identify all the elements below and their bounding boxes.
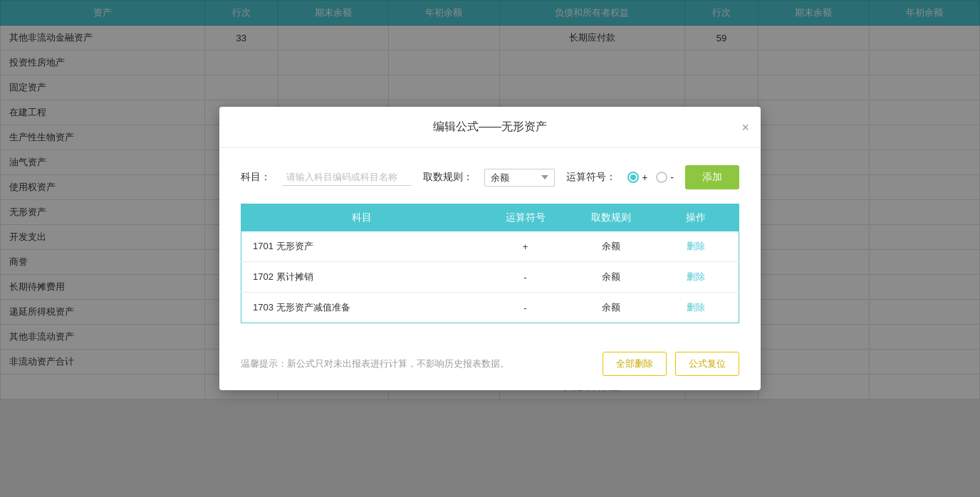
subject-cell: 1701 无形资产: [241, 231, 483, 262]
formula-table: 科目 运算符号 取数规则 操作 1701 无形资产+余额删除1702 累计摊销-…: [241, 204, 739, 323]
table-header-action: 操作: [654, 204, 739, 232]
delete-all-button[interactable]: 全部删除: [603, 352, 667, 376]
table-header-operator: 运算符号: [483, 204, 568, 232]
rule-cell: 余额: [568, 293, 654, 323]
operator-radio-group: + -: [627, 172, 674, 183]
table-row: 1702 累计摊销-余额删除: [241, 262, 739, 293]
rule-cell: 余额: [568, 231, 654, 262]
radio-minus-label: -: [670, 172, 674, 183]
subject-label: 科目：: [241, 171, 271, 184]
modal-close-button[interactable]: ×: [741, 121, 749, 134]
action-cell: 删除: [654, 293, 739, 323]
table-header-subject: 科目: [241, 204, 483, 232]
subject-cell: 1703 无形资产减值准备: [241, 293, 483, 323]
delete-link[interactable]: 删除: [687, 241, 705, 251]
operator-cell: +: [483, 231, 568, 262]
operator-label: 运算符号：: [566, 171, 616, 184]
subject-cell: 1702 累计摊销: [241, 262, 483, 293]
rule-cell: 余额: [568, 262, 654, 293]
form-row: 科目： 取数规则： 余额 借方 贷方 借方发生额 贷方发生额 运算符号：: [241, 165, 739, 189]
operator-cell: -: [483, 293, 568, 323]
delete-link[interactable]: 删除: [687, 271, 705, 282]
subject-input[interactable]: [282, 169, 412, 186]
modal-header: 编辑公式——无形资产 ×: [219, 107, 761, 148]
delete-link[interactable]: 删除: [687, 302, 705, 313]
table-row: 1703 无形资产减值准备-余额删除: [241, 293, 739, 323]
radio-plus-label: +: [642, 172, 647, 183]
modal-body: 科目： 取数规则： 余额 借方 贷方 借方发生额 贷方发生额 运算符号：: [219, 148, 761, 340]
modal-overlay: 编辑公式——无形资产 × 科目： 取数规则： 余额 借方 贷方 借方发生额: [0, 0, 980, 497]
radio-minus[interactable]: -: [656, 172, 674, 183]
footer-tip: 温馨提示：新公式只对未出报表进行计算，不影响历史报表数据。: [241, 357, 509, 370]
rule-select[interactable]: 余额 借方 贷方 借方发生额 贷方发生额: [484, 169, 555, 187]
modal-footer: 温馨提示：新公式只对未出报表进行计算，不影响历史报表数据。 全部删除 公式复位: [219, 340, 761, 390]
footer-buttons: 全部删除 公式复位: [603, 352, 739, 376]
modal-dialog: 编辑公式——无形资产 × 科目： 取数规则： 余额 借方 贷方 借方发生额: [219, 107, 761, 390]
rule-select-wrapper: 余额 借方 贷方 借方发生额 贷方发生额: [484, 169, 555, 187]
table-row: 1701 无形资产+余额删除: [241, 231, 739, 262]
reset-formula-button[interactable]: 公式复位: [675, 352, 739, 376]
table-header-rule: 取数规则: [568, 204, 654, 232]
radio-minus-circle: [656, 172, 667, 183]
radio-plus[interactable]: +: [627, 172, 647, 183]
modal-title: 编辑公式——无形资产: [433, 120, 547, 135]
action-cell: 删除: [654, 231, 739, 262]
radio-plus-circle: [627, 172, 639, 183]
add-button[interactable]: 添加: [685, 165, 739, 189]
page-wrapper: 资产 行次 期末余额 年初余额 负债和所有者权益 行次 期末余额 年初余额 其他…: [0, 0, 980, 497]
rule-label: 取数规则：: [423, 171, 473, 184]
operator-cell: -: [483, 262, 568, 293]
action-cell: 删除: [654, 262, 739, 293]
